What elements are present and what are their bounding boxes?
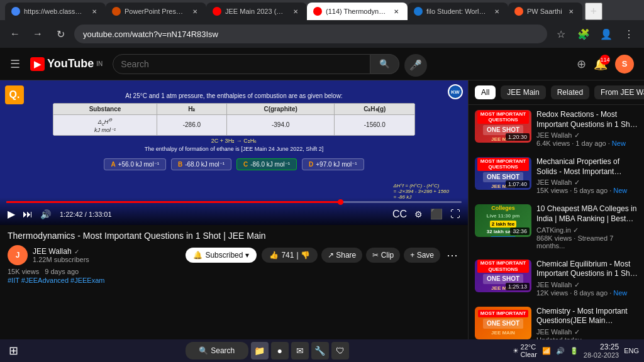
rec-info-2: Mechanical Properties of Solids - Most I… (536, 157, 638, 194)
rec-meta-1: 6.4K views · 1 day ago · New (536, 140, 638, 147)
extensions-button[interactable]: 🧩 (575, 25, 592, 43)
recommended-item-2[interactable]: MOST IMPORTANT QUESTIONS ONE SHOT JEE MA… (469, 152, 644, 199)
option-c: C -86.0 kJ mol⁻¹ (236, 158, 297, 170)
clock-widget: 23:25 28-02-2023 (584, 343, 619, 359)
recommended-item-4[interactable]: MOST IMPORTANT QUESTIONS ONE SHOT JEE MA… (469, 255, 644, 302)
create-icon[interactable]: ⊕ (577, 57, 586, 71)
rec-info-3: 10 Cheapest MBA Colleges in India | MBA … (536, 204, 638, 249)
youtube-logo-sup: IN (96, 60, 103, 67)
rec-meta-3: 868K views · Streamed 7 months... (536, 234, 638, 250)
fullscreen-button[interactable]: ⛶ (449, 207, 462, 221)
channel-name: JEE Wallah ✓ (33, 247, 180, 256)
search-button[interactable]: 🔍 (370, 54, 399, 74)
tab-thermodynamics[interactable]: (114) Thermodynamics - Mo... ✕ (307, 3, 408, 20)
save-button[interactable]: + Save (404, 248, 440, 263)
share-button[interactable]: ↗ Share (321, 248, 362, 263)
recommended-item-3[interactable]: 10 Low Cost MBA Colleges Live 11:30 pm 2… (469, 199, 644, 254)
profile-button[interactable]: 👤 (597, 25, 615, 43)
address-input[interactable] (74, 25, 547, 43)
sidebar: All JEE Main Related From JEE Wallah › M… (468, 80, 644, 339)
taskbar-chrome[interactable]: ● (271, 342, 289, 359)
next-button[interactable]: ⏭ (21, 207, 34, 221)
tab-close-btn[interactable]: ✕ (391, 6, 401, 16)
new-tab-button[interactable]: + (585, 3, 602, 20)
tab-favicon (313, 7, 322, 16)
slide-question-text: At 25°C and 1 atm pressure, the enthalpi… (125, 92, 342, 99)
filter-jee-main[interactable]: JEE Main (501, 85, 545, 99)
progress-bar[interactable] (6, 201, 462, 203)
volume-icon: 🔊 (556, 347, 565, 355)
subtitles-button[interactable]: CC (391, 207, 408, 221)
reload-button[interactable]: ↻ (52, 25, 69, 43)
tab-label: PW Saarthi (527, 8, 562, 15)
battery-icon: 🔋 (570, 347, 579, 355)
notifications-bell[interactable]: 🔔 114 (594, 57, 608, 71)
option-b: B -68.0 kJ mol⁻¹ (171, 158, 231, 170)
search-taskbar-button[interactable]: 🔍 Search (186, 342, 248, 359)
filter-bar: All JEE Main Related From JEE Wallah › (469, 80, 644, 105)
bookmark-button[interactable]: ☆ (552, 25, 570, 43)
rec-title-1: Redox Reactions - Most Important Questio… (536, 110, 638, 129)
start-button[interactable]: ⊞ (5, 343, 22, 359)
tab-favicon (112, 7, 121, 16)
filter-related[interactable]: Related (551, 85, 589, 99)
hamburger-menu-icon[interactable]: ☰ (10, 57, 20, 71)
tab-close-btn[interactable]: ✕ (492, 6, 502, 16)
main-content: Q. KW At 25°C and 1 atm pressure, the en… (0, 80, 644, 339)
tab-powerpoint[interactable]: PowerPoint Presentation ✕ (106, 3, 206, 20)
rec-meta-4: 12K views · 8 days ago · New (536, 289, 638, 297)
taskbar-mail[interactable]: ✉ (291, 342, 309, 359)
more-options-button[interactable]: ⋯ (444, 248, 460, 262)
theater-mode-button[interactable]: ⬛ (429, 207, 444, 221)
filter-from-jee[interactable]: From JEE Wallah (594, 85, 644, 99)
clip-button[interactable]: ✂ Clip (366, 248, 400, 263)
voice-search-button[interactable]: 🎤 (404, 54, 427, 77)
tab-filo[interactable]: filo Student: World's Only Live... ✕ (408, 3, 508, 20)
rec-title-4: Chemical Equilibrium - Most Important Qu… (536, 260, 638, 279)
rec-channel-2: JEE Wallah ✓ (536, 178, 638, 187)
search-input[interactable] (113, 54, 370, 74)
rec-thumb-3: 10 Low Cost MBA Colleges Live 11:30 pm 2… (475, 204, 531, 237)
tab-close-btn[interactable]: ✕ (89, 6, 99, 16)
time-display: 1:22:42 / 1:33:01 (60, 211, 112, 218)
youtube-logo[interactable]: ▶ YouTubeIN (30, 57, 103, 71)
like-button[interactable]: 👍 741 | 👎 (262, 248, 317, 263)
rec-channel-1: JEE Wallah ✓ (536, 131, 638, 140)
volume-button[interactable]: 🔊 (39, 208, 52, 221)
taskbar-app2[interactable]: 🛡 (331, 342, 349, 359)
tab-pw-saarthi[interactable]: PW Saarthi ✕ (508, 3, 582, 20)
settings-button[interactable]: ⚙ (413, 208, 424, 221)
recommended-item-5[interactable]: MOST IMPORTANT ONE SHOT JEE MAIN Chemist… (469, 302, 644, 339)
tab-close-btn[interactable]: ✕ (291, 6, 301, 16)
menu-button[interactable]: ⋮ (620, 25, 638, 43)
weather-desc: Clear (521, 351, 537, 358)
channel-avatar[interactable]: J (8, 245, 28, 265)
tab-classplusapp[interactable]: https://web.classplusapp.com/h... ✕ (5, 3, 106, 20)
weather-info: 22°C Clear (521, 343, 537, 358)
slide-table: Substance H₂ C(graphite) C₂H₆(g) ΔcH⊖kJ … (53, 103, 415, 136)
tab-close-btn[interactable]: ✕ (566, 6, 576, 16)
tab-jee-main[interactable]: JEE Main 2023 (Online) 1st Febr... ✕ (206, 3, 307, 20)
taskbar-explorer[interactable]: 📁 (251, 342, 269, 359)
youtube-container: ☰ ▶ YouTubeIN 🔍 🎤 ⊕ 🔔 114 S (0, 48, 644, 339)
video-player[interactable]: Q. KW At 25°C and 1 atm pressure, the en… (0, 80, 468, 225)
language-indicator: ENG (624, 347, 639, 354)
slide-options: A +56.0 kJ mol⁻¹ B -68.0 kJ mol⁻¹ C -86.… (8, 158, 460, 170)
tab-favicon (11, 7, 20, 16)
back-button[interactable]: ← (6, 25, 24, 43)
subscribe-button[interactable]: 🔔 Subscribed ▾ (186, 248, 257, 263)
recommended-item-1[interactable]: MOST IMPORTANT QUESTIONS ONE SHOT JEE MA… (469, 105, 644, 152)
tab-label: https://web.classplusapp.com/h... (24, 8, 86, 15)
play-button[interactable]: ▶ (6, 207, 16, 221)
channel-row: J JEE Wallah ✓ 1.22M subscribers 🔔 Subsc… (8, 245, 460, 265)
thumb-duration-2: 1:07:40 (506, 180, 530, 188)
taskbar-app1[interactable]: 🔧 (311, 342, 329, 359)
tab-close-btn[interactable]: ✕ (190, 6, 200, 16)
user-avatar[interactable]: S (615, 55, 634, 74)
slide-answer-text: The enthalpy of formation of ethane is [… (8, 146, 460, 152)
controls-row: ▶ ⏭ 🔊 1:22:42 / 1:33:01 CC ⚙ ⬛ ⛶ (6, 207, 462, 221)
filter-all[interactable]: All (475, 85, 496, 99)
rec-info-1: Redox Reactions - Most Important Questio… (536, 110, 638, 147)
forward-button[interactable]: → (29, 25, 47, 43)
video-section: Q. KW At 25°C and 1 atm pressure, the en… (0, 80, 468, 339)
